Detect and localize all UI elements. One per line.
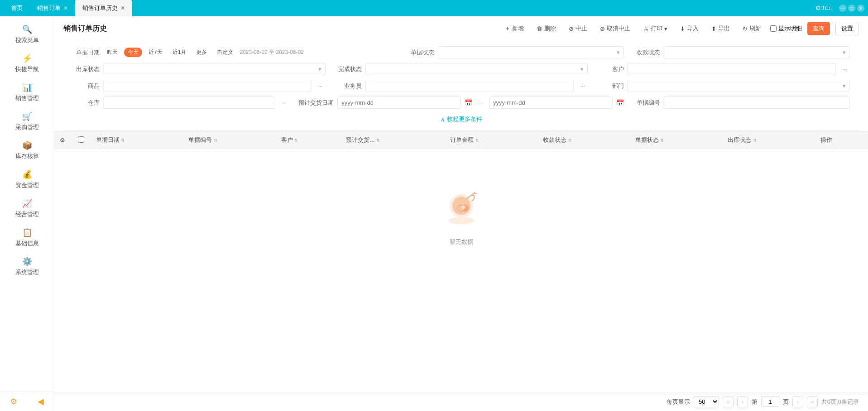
order-number-label: 单据编号 [633, 99, 660, 107]
salesperson-dots[interactable]: ··· [577, 82, 588, 90]
delete-icon: 🗑 [537, 25, 542, 32]
export-button[interactable]: ⬆ 导出 [708, 23, 734, 34]
date-btn-1month[interactable]: 近1月 [169, 48, 190, 57]
select-all-checkbox[interactable] [78, 136, 84, 143]
page-size-select[interactable]: 50 10 20 100 [694, 396, 719, 407]
sidebar-item-capital-mgmt[interactable]: 💰 资金管理 [0, 165, 54, 194]
salesperson-input[interactable] [365, 80, 574, 92]
sidebar-item-search-menu[interactable]: 🔍 搜索菜单 [0, 20, 54, 49]
window-minimize[interactable]: — [839, 5, 846, 12]
goods-label: 商品 [72, 82, 100, 90]
th-checkbox[interactable] [72, 131, 91, 149]
display-detail-checkbox[interactable] [770, 25, 777, 32]
date-btn-yesterday[interactable]: 昨天 [103, 48, 121, 57]
order-number-input[interactable] [664, 97, 850, 109]
tab-sales-order-label: 销售订单 [37, 4, 61, 12]
sidebar-item-basic-info[interactable]: 📋 基础信息 [0, 223, 54, 252]
sidebar-item-purchase-mgmt[interactable]: 🛒 采购管理 [0, 107, 54, 136]
page-number-input[interactable] [761, 396, 779, 407]
complete-status-select[interactable] [365, 63, 588, 75]
stop-label: 中止 [575, 24, 587, 33]
th-receipt-status[interactable]: 收款状态 ⇅ [537, 131, 630, 149]
jump-label: 第 [752, 398, 758, 406]
column-settings-icon[interactable]: ⚙ [60, 137, 65, 144]
date-btn-custom[interactable]: 自定义 [213, 48, 237, 57]
window-close[interactable]: ✕ [857, 5, 864, 12]
sidebar-item-sales-mgmt-label: 销售管理 [15, 94, 39, 102]
sidebar-item-inventory[interactable]: 📦 库存核算 [0, 136, 54, 165]
th-number[interactable]: 单据编号 ⇅ [183, 131, 275, 149]
table-header-row: ⚙ 单据日期 ⇅ 单据编号 ⇅ [54, 131, 868, 149]
date-field-label: 单据日期 [72, 48, 100, 57]
goods-input[interactable] [103, 80, 312, 92]
th-operation-label: 操作 [820, 136, 832, 143]
calendar-start-icon[interactable]: 📅 [465, 99, 472, 106]
add-button[interactable]: ＋ 新增 [501, 23, 528, 34]
tab-sales-order-history[interactable]: 销售订单历史 ✕ [75, 0, 132, 16]
refresh-button[interactable]: ↻ 刷新 [739, 23, 765, 34]
th-receipt-status-label: 收款状态 [543, 136, 566, 143]
goods-dots[interactable]: ··· [315, 82, 326, 90]
collapse-more-conditions[interactable]: ∧ 收起更多条件 [72, 113, 850, 125]
customer-input[interactable] [628, 63, 836, 75]
receipt-status-select[interactable] [664, 46, 850, 58]
date-btn-more[interactable]: 更多 [192, 48, 211, 57]
tab-sales-order-history-close[interactable]: ✕ [120, 5, 125, 11]
window-maximize[interactable]: □ [848, 5, 855, 12]
add-icon: ＋ [504, 24, 510, 33]
th-amount[interactable]: 订单金额 ⇅ [445, 131, 537, 149]
outbound-status-select[interactable] [103, 63, 326, 75]
import-button[interactable]: ⬇ 导入 [676, 23, 702, 34]
warehouse-dots[interactable]: ··· [279, 98, 289, 107]
sidebar: 🔍 搜索菜单 ⚡ 快捷导航 📊 销售管理 🛒 采购管理 📦 库存核算 💰 资金管… [0, 16, 54, 411]
calendar-end-icon[interactable]: 📅 [616, 99, 624, 106]
cancel-stop-button[interactable]: ⊘ 取消中止 [596, 23, 634, 34]
display-detail-toggle[interactable]: 显示明细 [770, 24, 802, 33]
warehouse-input[interactable] [103, 97, 275, 109]
settings-button[interactable]: 设置 [835, 22, 859, 35]
sidebar-item-ops-mgmt[interactable]: 📈 经营管理 [0, 194, 54, 223]
svg-point-4 [462, 205, 465, 209]
prev-page-btn[interactable]: ‹ [737, 396, 748, 407]
empty-state: 暂无数据 [54, 149, 868, 282]
delivery-date-start[interactable] [337, 97, 461, 109]
th-date[interactable]: 单据日期 ⇅ [91, 131, 183, 149]
print-button[interactable]: 🖨 打印 ▾ [639, 23, 671, 34]
filter-date: 单据日期 昨天 今天 近7天 近1月 更多 自定义 2023-06-02 至 2… [72, 48, 398, 57]
sort-amount-icon: ⇅ [475, 138, 479, 143]
th-settings[interactable]: ⚙ [54, 131, 72, 149]
sidebar-item-system-mgmt[interactable]: ⚙️ 系统管理 [0, 252, 54, 281]
department-select[interactable] [628, 80, 850, 92]
delete-button[interactable]: 🗑 删除 [533, 23, 560, 34]
stop-icon: ⊘ [569, 25, 574, 32]
th-outbound-status-label: 出库状态 [728, 136, 751, 143]
order-status-select[interactable] [438, 46, 624, 58]
first-page-btn[interactable]: « [723, 396, 734, 407]
prev-page-icon: ‹ [742, 398, 743, 405]
delivery-date-end[interactable] [489, 97, 613, 109]
th-customer[interactable]: 客户 ⇅ [276, 131, 341, 149]
sidebar-item-capital-mgmt-label: 资金管理 [15, 181, 39, 189]
tab-home[interactable]: 首页 [4, 0, 30, 16]
query-button[interactable]: 查询 [807, 22, 830, 35]
sidebar-item-quick-nav[interactable]: ⚡ 快捷导航 [0, 49, 54, 78]
sidebar-settings-btn[interactable]: ⚙ [10, 396, 17, 406]
tab-sales-order[interactable]: 销售订单 ✕ [30, 0, 75, 16]
tab-sales-order-close[interactable]: ✕ [63, 5, 68, 11]
collapse-label: 收起更多条件 [447, 115, 482, 123]
th-order-status[interactable]: 单据状态 ⇅ [630, 131, 722, 149]
next-page-btn[interactable]: › [792, 396, 803, 407]
date-btn-7days[interactable]: 近7天 [145, 48, 166, 57]
warehouse-label: 仓库 [72, 99, 100, 107]
page-total: 共0页,0条记录 [821, 398, 859, 406]
customer-dots[interactable]: ··· [839, 65, 850, 73]
sidebar-collapse-btn[interactable]: ◀ [38, 396, 44, 406]
stop-button[interactable]: ⊘ 中止 [565, 23, 591, 34]
sort-number-icon: ⇅ [214, 138, 217, 143]
th-customer-label: 客户 [281, 136, 293, 143]
sidebar-item-sales-mgmt[interactable]: 📊 销售管理 [0, 78, 54, 107]
th-delivery[interactable]: 预计交货... ⇅ [340, 131, 445, 149]
th-outbound-status[interactable]: 出库状态 ⇅ [722, 131, 815, 149]
last-page-btn[interactable]: » [807, 396, 818, 407]
date-btn-today[interactable]: 今天 [124, 48, 142, 57]
